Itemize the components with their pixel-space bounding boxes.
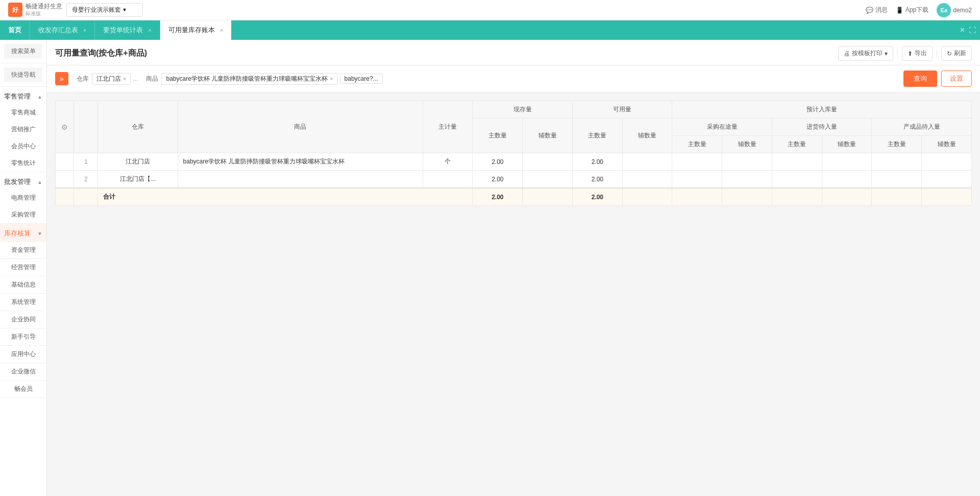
chevron-down-icon: ▾ xyxy=(885,50,888,57)
product-tag-1-close[interactable]: × xyxy=(330,76,333,82)
main-layout: 搜索菜单 快捷导航 零售管理 ▲ 零售商城 营销推广 会员中心 零售统计 批发管… xyxy=(0,40,980,496)
summary-in-aux xyxy=(822,188,872,206)
sidebar-group-newbie: 新手引导 xyxy=(0,328,46,346)
sidebar-item-retail-stats[interactable]: 零售统计 xyxy=(0,155,46,172)
page-actions: 🖨 按模板打印 ▾ ⬆ 导出 ↻ 刷新 xyxy=(838,46,972,61)
table-wrapper[interactable]: ⚙ 仓库 商品 主计量 现存量 可用量 预计入库量 主数量 辅数量 主数量 xyxy=(47,92,980,496)
row-prod-main xyxy=(872,171,922,188)
home-label: 首页 xyxy=(8,26,21,35)
row-in-aux xyxy=(822,171,872,188)
row-in-main xyxy=(772,171,822,188)
row-prod-aux xyxy=(922,171,972,188)
row-warehouse: 江北门店 xyxy=(98,153,178,171)
chevron-down-icon: ▾ xyxy=(123,6,126,13)
th-warehouse: 仓库 xyxy=(98,101,178,153)
gear-icon[interactable]: ⚙ xyxy=(61,123,68,131)
sidebar-item-ecommerce[interactable]: 电商管理 xyxy=(0,190,46,206)
warehouse-more[interactable]: ... xyxy=(133,75,138,82)
tab-home[interactable]: 首页 xyxy=(0,20,30,40)
group-title-wholesale: 批发管理 xyxy=(4,177,31,186)
row-settings xyxy=(56,153,74,171)
row-product: babycare学饮杯 儿童防摔防撞吸管杯重力球吸嘴杯宝宝水杯 xyxy=(178,153,423,171)
template-print-btn[interactable]: 🖨 按模板打印 ▾ xyxy=(838,46,893,61)
refresh-icon: ↻ xyxy=(947,50,952,57)
brand-info: 畅捷通好生意 标准版 xyxy=(26,3,62,17)
industry-label: 母婴行业演示账套 xyxy=(72,6,121,14)
sidebar-item-member[interactable]: 畅会员 xyxy=(0,381,46,397)
product-tag-1[interactable]: babycare学饮杯 儿童防摔防撞吸管杯重力球吸嘴杯宝宝水杯 × xyxy=(161,73,337,85)
export-btn[interactable]: ⬆ 导出 xyxy=(902,46,933,61)
row-product xyxy=(178,171,423,188)
sidebar-group-header-inventory[interactable]: 库存核算 ▼ xyxy=(0,224,46,241)
edition-tag: 标准版 xyxy=(26,10,62,17)
chevron-up-icon: ▲ xyxy=(37,179,42,185)
close-icon[interactable]: × xyxy=(148,27,151,33)
sidebar-item-newbie[interactable]: 新手引导 xyxy=(0,328,46,345)
search-menu-btn[interactable]: 搜索菜单 xyxy=(4,44,42,59)
nav-tabs: 首页 收发存汇总表 × 要货单统计表 × 可用量库存账本 × × ⛶ xyxy=(0,20,980,40)
table-row: 1 江北门店 babycare学饮杯 儿童防摔防撞吸管杯重力球吸嘴杯宝宝水杯 个… xyxy=(56,153,972,171)
sidebar-group-appstore: 应用中心 xyxy=(0,346,46,363)
summary-avail-main: 2.00 xyxy=(572,188,622,206)
sidebar-item-system[interactable]: 系统管理 xyxy=(0,294,46,311)
avatar: Ea xyxy=(937,3,951,17)
row-avail-main: 2.00 xyxy=(572,153,622,171)
tab-available-stock[interactable]: 可用量库存账本 × xyxy=(160,20,231,40)
industry-selector[interactable]: 母婴行业演示账套 ▾ xyxy=(66,3,143,17)
avatar-text: Ea xyxy=(941,7,947,13)
sidebar-group-header-wholesale[interactable]: 批发管理 ▲ xyxy=(0,172,46,190)
sidebar-search-area: 搜索菜单 xyxy=(0,40,46,63)
sidebar-item-retail-mall[interactable]: 零售商城 xyxy=(0,104,46,121)
sidebar-item-appstore[interactable]: 应用中心 xyxy=(0,346,46,363)
row-prod-aux xyxy=(922,153,972,171)
th-pur-main: 主数量 xyxy=(672,136,722,153)
summary-prod-main xyxy=(872,188,922,206)
row-pur-main xyxy=(672,171,722,188)
sidebar-item-enterprise[interactable]: 企业协同 xyxy=(0,311,46,328)
refresh-btn[interactable]: ↻ 刷新 xyxy=(941,46,972,61)
page-title: 可用量查询(按仓库+商品) xyxy=(55,48,147,59)
product-label: 商品 xyxy=(146,75,158,83)
th-in-aux: 辅数量 xyxy=(822,136,872,153)
nav-expand-btn[interactable]: ⛶ xyxy=(969,26,976,34)
row-in-aux xyxy=(822,153,872,171)
sidebar-item-marketing[interactable]: 营销推广 xyxy=(0,121,46,138)
sidebar-item-basics[interactable]: 基础信息 xyxy=(0,276,46,293)
sidebar-item-purchase[interactable]: 采购管理 xyxy=(0,206,46,223)
nav-close-btn[interactable]: × xyxy=(960,26,965,35)
th-group-forecast: 预计入库量 xyxy=(672,101,972,119)
export-icon: ⬆ xyxy=(908,50,913,57)
row-avail-aux xyxy=(622,171,672,188)
expand-filter-btn[interactable]: » xyxy=(55,72,68,85)
product-tags: babycare学饮杯 儿童防摔防撞吸管杯重力球吸嘴杯宝宝水杯 × babyca… xyxy=(161,73,382,85)
user-area[interactable]: Ea demo2 xyxy=(937,3,972,17)
sidebar-item-finance[interactable]: 资金管理 xyxy=(0,242,46,258)
tab-receivable[interactable]: 收发存汇总表 × xyxy=(30,20,95,40)
settings-btn[interactable]: 设置 xyxy=(941,70,972,87)
product-tag-2[interactable]: babycare?... xyxy=(340,74,383,84)
chevron-down-icon: ▼ xyxy=(37,231,42,237)
message-btn[interactable]: 💬 消息 xyxy=(866,6,888,14)
summary-stock-aux xyxy=(523,188,573,206)
sidebar-group-retail: 零售管理 ▲ 零售商城 营销推广 会员中心 零售统计 xyxy=(0,87,46,172)
close-icon[interactable]: × xyxy=(83,27,86,33)
row-stock-aux xyxy=(523,153,573,171)
th-settings: ⚙ xyxy=(56,101,74,153)
app-download-btn[interactable]: 📱 App下载 xyxy=(896,6,928,14)
sidebar-item-ops[interactable]: 经营管理 xyxy=(0,259,46,276)
warehouse-tag-close[interactable]: × xyxy=(123,76,126,82)
query-btn[interactable]: 查询 xyxy=(903,70,937,87)
divider xyxy=(897,50,898,58)
sidebar-item-wecom[interactable]: 企业微信 xyxy=(0,363,46,380)
sidebar-group-wholesale: 批发管理 ▲ 电商管理 采购管理 xyxy=(0,172,46,224)
close-icon[interactable]: × xyxy=(220,27,223,33)
sidebar-item-members[interactable]: 会员中心 xyxy=(0,138,46,155)
tab-order-stats-label: 要货单统计表 xyxy=(103,26,143,35)
th-prod-aux: 辅数量 xyxy=(922,136,972,153)
top-bar-left: 好 畅捷通好生意 标准版 母婴行业演示账套 ▾ xyxy=(8,3,143,17)
tab-order-stats[interactable]: 要货单统计表 × xyxy=(95,20,160,40)
sidebar-group-member: 畅会员 xyxy=(0,381,46,398)
quick-nav-btn[interactable]: 快捷导航 xyxy=(4,67,42,82)
warehouse-tag[interactable]: 江北门店 × xyxy=(92,73,131,85)
sidebar-group-header-retail[interactable]: 零售管理 ▲ xyxy=(0,87,46,104)
